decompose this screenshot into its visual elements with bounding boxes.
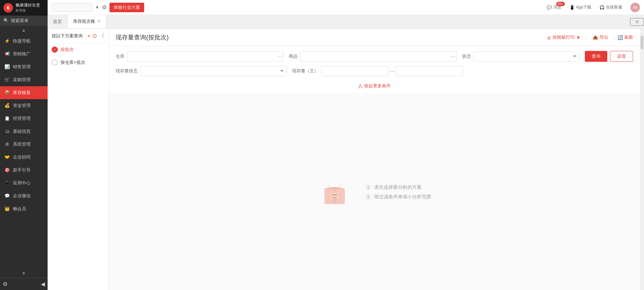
page-header-actions: 🖨 按模板打印 ▼ | 📤 导出 | 🔄 刷新 <box>544 33 633 42</box>
filter-options-btn[interactable]: ⊙ <box>92 32 97 39</box>
sidebar-item-newbie[interactable]: 🎯 新手引导 <box>0 164 48 177</box>
search-row-1: 仓库 ··· 商品 ··· <box>116 51 633 62</box>
scroll-down-btn[interactable]: ▼ <box>21 270 27 276</box>
basic-icon: 🗂 <box>4 128 10 134</box>
stock-qty-max-input[interactable] <box>396 66 463 76</box>
filter-item-by-warehouse-batch[interactable]: 按仓库+批次 <box>48 56 108 69</box>
product-more-btn[interactable]: ··· <box>451 53 455 59</box>
empty-tips: 1 请先选择要分析的方案 2 用过滤条件来缩小分析范围 <box>365 184 431 200</box>
warehouse-more-btn[interactable]: ··· <box>277 53 282 59</box>
collapse-sidebar-btn[interactable]: ◀ <box>41 281 45 287</box>
finance-icon: 💰 <box>4 103 10 109</box>
sidebar-item-member[interactable]: 👑 畅会员 <box>0 202 48 215</box>
tab-home[interactable]: 首页 <box>48 15 68 28</box>
filter-panel-header: 按以下方案查询 + ⊙ 《 <box>48 29 108 43</box>
sidebar-item-app-center[interactable]: 📱 应用中心 <box>0 177 48 189</box>
svg-point-3 <box>333 194 334 196</box>
stock-status-select[interactable] <box>140 66 287 76</box>
warehouse-input[interactable] <box>127 51 283 61</box>
stock-qty-field: 现存量（主） — <box>292 66 463 76</box>
settings-btn[interactable]: ⚙ <box>3 281 7 287</box>
sidebar-item-inventory[interactable]: 📦 库存核算 <box>0 86 48 99</box>
search-row-2: 现存量状态 现存量（主） — <box>116 66 633 76</box>
product-field: 商品 ··· <box>289 51 456 61</box>
member-icon: 👑 <box>4 206 10 212</box>
svg-text:?: ? <box>340 184 341 187</box>
sidebar-item-label: 快捷导航 <box>13 38 31 44</box>
inventory-icon: 📦 <box>4 90 10 96</box>
topbar: ▼ ⚙ 体验行业方案 💬 消息 99+ 📱 App下载 🎧 在线客服 Rit <box>48 0 644 15</box>
tip-num-2: 2 <box>365 194 371 200</box>
sidebar-item-marketing[interactable]: 📢 营销推广 <box>0 48 48 60</box>
sidebar-item-system[interactable]: ⚙ 系统管理 <box>0 138 48 151</box>
filter-item-by-batch[interactable]: ✓ 按批次 <box>48 43 108 56</box>
status-select[interactable] <box>474 51 579 61</box>
user-name: Rit <box>633 5 637 10</box>
tab-close-all-btn[interactable]: ✕ <box>630 18 644 26</box>
sidebar-item-finance[interactable]: 💰 资金管理 <box>0 99 48 112</box>
print-btn[interactable]: 🖨 按模板打印 ▼ <box>544 33 583 42</box>
topbar-online-service[interactable]: 🎧 在线客服 <box>599 4 622 10</box>
main-area: ▼ ⚙ 体验行业方案 💬 消息 99+ 📱 App下载 🎧 在线客服 Rit 首… <box>48 0 644 290</box>
tab-close-btn[interactable]: ✕ <box>97 19 101 24</box>
collapse-conditions-btn[interactable]: ⋀ 收起更多条件 <box>116 80 633 89</box>
sidebar-search[interactable]: 🔍 搜索菜单 <box>0 16 48 26</box>
page-header: 现存量查询(按批次) 🖨 按模板打印 ▼ | 📤 导出 | 🔄 <box>109 29 640 46</box>
sales-icon: 📊 <box>4 64 10 70</box>
search-icon: 🔍 <box>3 18 9 23</box>
sidebar-scroll-down: ▼ <box>0 269 48 278</box>
filter-item-batch-label: 按批次 <box>61 47 74 53</box>
trial-btn[interactable]: 体验行业方案 <box>109 3 144 12</box>
sidebar-item-enterprise[interactable]: 🤝 企业协同 <box>0 151 48 164</box>
sidebar-item-label: 畅会员 <box>13 206 26 212</box>
marketing-icon: 📢 <box>4 51 10 57</box>
filter-inactive-circle <box>52 59 58 66</box>
refresh-btn[interactable]: 🔄 刷新 <box>617 34 633 40</box>
export-btn[interactable]: 📤 导出 <box>590 33 611 42</box>
stock-qty-label: 现存量（主） <box>292 68 319 74</box>
app-center-icon: 📱 <box>4 180 10 186</box>
topbar-gear-btn[interactable]: ⚙ <box>102 4 107 11</box>
msg-icon: 💬 <box>547 5 552 10</box>
sidebar-item-label: 采购管理 <box>13 77 31 83</box>
sidebar-item-basic[interactable]: 🗂 基础信息 <box>0 125 48 138</box>
right-scrollbar[interactable] <box>640 29 644 290</box>
stock-qty-min-input[interactable] <box>321 66 389 76</box>
sidebar-item-label: 库存核算 <box>13 90 31 96</box>
filter-active-dot: ✓ <box>52 47 58 53</box>
sidebar-item-sales[interactable]: 📊 销售管理 <box>0 60 48 73</box>
product-input[interactable] <box>300 51 456 61</box>
sidebar-item-ops[interactable]: 📋 经营管理 <box>0 112 48 125</box>
query-btn[interactable]: 查询 <box>585 51 607 62</box>
sidebar-item-label: 销售管理 <box>13 64 31 70</box>
empty-state: ? ? 1 请先选择要分析的方案 2 用过滤条件来缩小分析范围 <box>109 94 640 290</box>
svg-point-4 <box>335 194 337 196</box>
topbar-msg[interactable]: 💬 消息 99+ <box>547 4 561 10</box>
svg-text:?: ? <box>328 185 329 188</box>
topbar-dropdown-btn[interactable]: ▼ <box>95 5 99 10</box>
app-logo: 6 <box>3 3 13 13</box>
set-btn[interactable]: 设置 <box>610 51 633 62</box>
sidebar-item-purchase[interactable]: 🛒 采购管理 <box>0 73 48 86</box>
sidebar-item-label: 应用中心 <box>13 180 31 186</box>
filter-panel: 按以下方案查询 + ⊙ 《 ✓ 按批次 按仓库+批次 <box>48 29 109 290</box>
sidebar-search-label: 搜索菜单 <box>11 18 29 24</box>
user-avatar[interactable]: Rit <box>630 3 640 12</box>
collapse-label: 收起更多条件 <box>364 83 391 89</box>
warehouse-field: 仓库 ··· <box>116 51 283 61</box>
warehouse-label: 仓库 <box>116 53 124 59</box>
topbar-app-download[interactable]: 📱 App下载 <box>570 4 591 10</box>
filter-collapse-btn[interactable]: 《 <box>99 32 104 39</box>
page-title: 现存量查询(按批次) <box>116 33 169 41</box>
app-download-label: App下载 <box>576 4 591 10</box>
filter-add-btn[interactable]: + <box>87 32 90 39</box>
topbar-search-input[interactable] <box>52 3 92 12</box>
sidebar-item-label: 企业协同 <box>13 154 31 160</box>
scroll-up-btn[interactable]: ▲ <box>21 27 27 33</box>
tip-text-1: 请先选择要分析的方案 <box>374 184 422 191</box>
tab-batch-account[interactable]: 库存批次账 ✕ <box>68 15 106 29</box>
empty-tip-1: 1 请先选择要分析的方案 <box>365 184 431 191</box>
sidebar-item-quick-nav[interactable]: ⚡ 快捷导航 <box>0 35 48 48</box>
sidebar-item-label: 企业微信 <box>13 193 31 199</box>
sidebar-item-wechat[interactable]: 💬 企业微信 <box>0 189 48 202</box>
